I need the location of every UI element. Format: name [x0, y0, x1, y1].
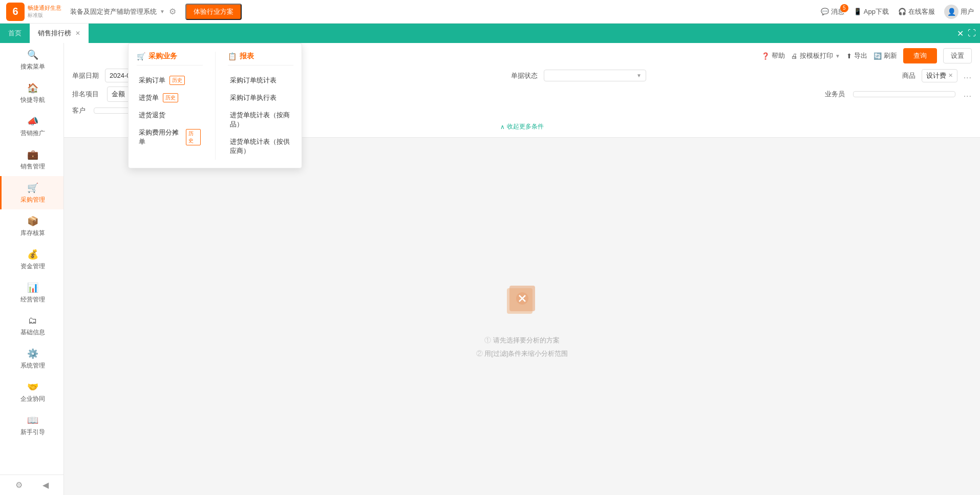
dropdown-item-return[interactable]: 进货退货: [137, 106, 203, 124]
purchase-fee-label: 采购费用分摊单: [139, 128, 182, 146]
messages-badge: 5: [840, 4, 848, 12]
app-download-btn[interactable]: 📱 App下载: [854, 7, 889, 16]
dropdown-menu: 🛒 采购业务 采购订单 历史 进货单 历史 进货退货: [128, 43, 302, 168]
hint-dot-2: ②: [476, 350, 483, 357]
dropdown-item-inbound[interactable]: 进货单 历史: [137, 89, 203, 106]
query-button[interactable]: 查询: [903, 48, 937, 63]
sidebar-bottom: ⚙ ◀: [0, 475, 63, 495]
dropdown-item-purchase-order-exec[interactable]: 采购订单执行表: [228, 89, 294, 106]
inbound-label: 进货单: [139, 93, 159, 102]
logo-text-area: 畅捷通好生意 标准版: [28, 4, 61, 18]
salesman-select[interactable]: [853, 91, 955, 97]
sidebar-label-sales: 销售管理: [20, 162, 45, 171]
export-btn[interactable]: ⬆ 导出: [846, 51, 867, 60]
refresh-btn[interactable]: 🔄 刷新: [874, 51, 897, 60]
empty-illustration: [497, 273, 548, 326]
industry-btn[interactable]: 体验行业方案: [185, 4, 242, 20]
sidebar-label-funds: 资金管理: [20, 262, 45, 271]
report-col-title: 📋 报表: [228, 52, 294, 66]
doc-status-label: 单据状态: [511, 71, 538, 80]
sidebar-item-operations[interactable]: 📊 经营管理: [0, 276, 63, 309]
doc-status-chevron-icon: ▼: [636, 73, 642, 78]
purchase-col-title: 🛒 采购业务: [137, 52, 203, 66]
messages-btn[interactable]: 💬 消息 5: [821, 7, 844, 16]
content-area: ❓ 帮助 🖨 按模板打印 ▼ ⬆ 导出 🔄 刷新 查询 设置: [64, 43, 980, 495]
dropdown-item-inbound-stat-goods[interactable]: 进货单统计表（按商品）: [228, 106, 294, 133]
marketing-icon: 📣: [27, 116, 38, 127]
gear-icon[interactable]: ⚙: [169, 7, 176, 16]
collapse-chevron-icon: ∧: [500, 123, 505, 131]
print-btn[interactable]: 🖨 按模板打印 ▼: [791, 51, 840, 60]
purchase-col-label: 采购业务: [148, 52, 177, 61]
sidebar-label-purchase: 采购管理: [20, 196, 45, 204]
sidebar-item-marketing[interactable]: 📣 营销推广: [0, 110, 63, 143]
sidebar-item-funds[interactable]: 💰 资金管理: [0, 243, 63, 276]
goods-more-icon[interactable]: ...: [964, 71, 972, 80]
print-label: 按模板打印: [800, 51, 833, 60]
refresh-icon: 🔄: [874, 52, 882, 60]
inbound-history-badge: 历史: [163, 93, 178, 102]
sidebar-item-sales[interactable]: 💼 销售管理: [0, 143, 63, 176]
sidebar-item-purchase[interactable]: 🛒 采购管理: [0, 176, 63, 209]
sidebar-item-guide[interactable]: 📖 新手引导: [0, 408, 63, 442]
help-label: 帮助: [772, 51, 785, 60]
empty-hint-2: ② 用[过滤]条件来缩小分析范围: [476, 347, 568, 360]
tab-sales-ranking[interactable]: 销售排行榜 ✕: [30, 24, 89, 43]
basic-icon: 🗂: [28, 315, 37, 326]
sidebar-item-quicknav[interactable]: 🏠 快捷导航: [0, 76, 63, 110]
purchase-col: 🛒 采购业务 采购订单 历史 进货单 历史 进货退货: [137, 52, 203, 160]
sidebar-item-enterprise[interactable]: 🤝 企业协同: [0, 375, 63, 408]
close-all-icon[interactable]: ✕: [957, 29, 964, 38]
home-icon: 🏠: [27, 82, 38, 94]
logo-area: 6 畅捷通好生意 标准版: [6, 3, 70, 21]
dropdown-item-purchase-order[interactable]: 采购订单 历史: [137, 72, 203, 89]
dropdown-item-purchase-order-stat[interactable]: 采购订单统计表: [228, 72, 294, 89]
headset-icon: 🎧: [898, 8, 906, 15]
sidebar-item-stock[interactable]: 📦 库存核算: [0, 209, 63, 243]
sidebar-item-search[interactable]: 🔍 搜索菜单: [0, 43, 63, 76]
inbound-stat-goods-label: 进货单统计表（按商品）: [230, 111, 292, 129]
purchase-order-label: 采购订单: [139, 76, 165, 85]
purchase-icon: 🛒: [27, 182, 38, 193]
inbound-stat-supplier-label: 进货单统计表（按供应商）: [230, 137, 292, 156]
funds-icon: 💰: [27, 249, 38, 260]
report-col-label: 报表: [240, 52, 254, 61]
logo-icon: 6: [6, 3, 25, 21]
tab-close-icon[interactable]: ✕: [75, 30, 80, 37]
sidebar-item-basic[interactable]: 🗂 基础信息: [0, 309, 63, 342]
sidebar-collapse-icon[interactable]: ◀: [42, 480, 49, 490]
message-icon: 💬: [821, 8, 829, 15]
sidebar-label-marketing: 营销推广: [20, 129, 45, 138]
tab-sales-ranking-label: 销售排行榜: [38, 29, 71, 38]
sidebar-label-basic: 基础信息: [20, 328, 45, 337]
operations-icon: 📊: [27, 282, 38, 293]
expand-icon[interactable]: ⛶: [968, 29, 976, 38]
goods-tag-remove-icon[interactable]: ✕: [948, 72, 953, 79]
system-icon: ⚙️: [27, 348, 38, 359]
purchase-dropdown: 🛒 采购业务 采购订单 历史 进货单 历史 进货退货: [128, 43, 302, 168]
chevron-down-icon[interactable]: ▼: [160, 9, 165, 14]
sidebar: 🔍 搜索菜单 🏠 快捷导航 📣 营销推广 💼 销售管理 🛒 采购管理 📦 库存核…: [0, 43, 64, 495]
tabbar: 首页 销售排行榜 ✕ ✕ ⛶: [0, 24, 980, 43]
sidebar-settings-icon[interactable]: ⚙: [15, 480, 23, 490]
logo-text: 畅捷通好生意: [28, 4, 61, 11]
dropdown-item-purchase-fee[interactable]: 采购费用分摊单 历史: [137, 124, 203, 150]
sidebar-label-operations: 经营管理: [20, 295, 45, 304]
collapse-btn[interactable]: ∧ 收起更多条件: [500, 122, 544, 131]
report-col: 📋 报表 采购订单统计表 采购订单执行表 进货单统计表（按商品） 进货单统计表（…: [228, 52, 294, 160]
tab-home-label: 首页: [8, 29, 22, 38]
user-menu-btn[interactable]: 👤 用户: [944, 5, 974, 19]
export-label: 导出: [854, 51, 867, 60]
sidebar-label-guide: 新手引导: [20, 428, 45, 437]
online-service-btn[interactable]: 🎧 在线客服: [898, 7, 935, 16]
settings-button[interactable]: 设置: [943, 48, 972, 63]
help-btn[interactable]: ❓ 帮助: [761, 51, 785, 60]
sidebar-label-system: 系统管理: [20, 361, 45, 370]
dropdown-item-inbound-stat-supplier[interactable]: 进货单统计表（按供应商）: [228, 133, 294, 160]
sales-icon: 💼: [27, 149, 38, 160]
sidebar-item-system[interactable]: ⚙️ 系统管理: [0, 342, 63, 375]
search-icon: 🔍: [27, 49, 38, 60]
doc-status-select[interactable]: ▼: [544, 70, 646, 81]
salesman-more-icon[interactable]: ...: [964, 90, 972, 99]
tab-home[interactable]: 首页: [0, 24, 30, 43]
